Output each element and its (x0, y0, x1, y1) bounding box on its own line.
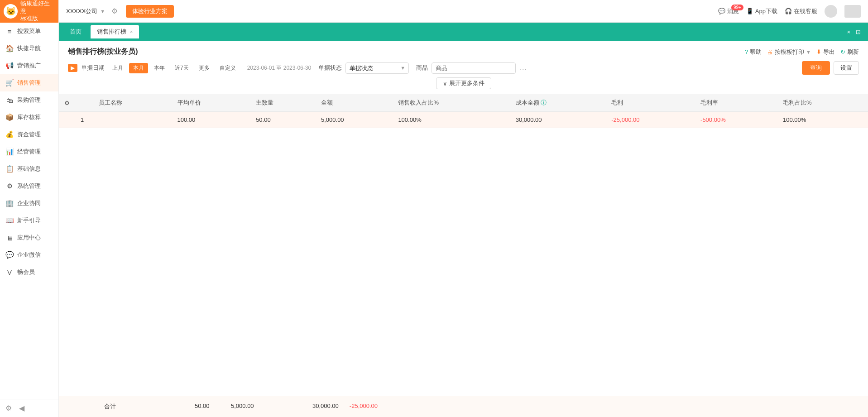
app-download-button[interactable]: 📱 App下载 (746, 7, 777, 15)
tab-sales-ranking[interactable]: 销售排行榜 × (91, 25, 139, 38)
sidebar-icon-purchase: 🛍 (5, 96, 14, 104)
status-select[interactable]: 单据状态 (345, 62, 409, 74)
export-button[interactable]: ⬇ 导出 (816, 48, 835, 56)
page-header: 销售排行榜(按业务员) ? 帮助 🖨 按模板打印 ▼ ⬇ 导出 (59, 41, 868, 94)
user-avatar[interactable] (825, 5, 837, 18)
sidebar-icon-system: ⚙ (5, 182, 14, 190)
th-main-qty: 主数量 (250, 94, 316, 112)
th-employee: 员工名称 (93, 94, 172, 112)
sidebar-icon-search-order: ≡ (5, 28, 14, 35)
th-sales-pct: 销售收入占比% (393, 94, 510, 112)
online-service-button[interactable]: 🎧 在线客服 (785, 7, 817, 15)
user-menu[interactable] (844, 5, 861, 18)
date-tab-more[interactable]: 更多 (195, 63, 214, 73)
sidebar-item-member[interactable]: V 畅会员 (0, 264, 58, 281)
th-gross: 毛利 (606, 94, 695, 112)
message-button[interactable]: 💬 消息 99+ (718, 7, 739, 15)
goods-filter-group: 商品 … (416, 62, 527, 74)
th-gross-pct: 毛利占比% (777, 94, 868, 112)
th-num (75, 94, 93, 112)
sidebar-label-finance: 资金管理 (17, 130, 41, 139)
sidebar-item-wechat[interactable]: 💬 企业微信 (0, 246, 58, 264)
help-icon: ? (745, 48, 748, 55)
goods-input[interactable] (432, 62, 516, 74)
print-icon: 🖨 (767, 48, 773, 55)
expand-more-button[interactable]: ∨ 展开更多条件 (436, 77, 491, 89)
footer-amount: 5,000.00 (225, 401, 262, 412)
sidebar-icon-member: V (5, 268, 14, 276)
sidebar-icon-inventory: 📦 (5, 113, 14, 121)
trial-button[interactable]: 体验行业方案 (126, 5, 174, 18)
th-settings[interactable]: ⚙ (59, 94, 75, 112)
sidebar-item-marketing[interactable]: 📢 营销推广 (0, 57, 58, 74)
company-selector[interactable]: XXXXX公司 ▼ (66, 7, 105, 15)
row-settings-0 (59, 112, 75, 128)
sidebar-label-apps: 应用中心 (17, 234, 41, 242)
sidebar-item-guide[interactable]: 📖 新手引导 (0, 212, 58, 229)
window-close-icon[interactable]: × (847, 29, 850, 35)
template-print-button[interactable]: 🖨 按模板打印 ▼ (767, 48, 811, 56)
sidebar-label-guide: 新手引导 (17, 216, 41, 225)
footer-spacer (64, 401, 81, 412)
sidebar-item-quick-nav[interactable]: 🏠 快捷导航 (0, 40, 58, 57)
tabbar: 首页 销售排行榜 × × ⊡ (59, 23, 868, 41)
logo-icon: 🐱 (4, 4, 18, 19)
topbar: XXXXX公司 ▼ ⚙ 体验行业方案 💬 消息 99+ 📱 App下载 🎧 在线… (59, 0, 868, 23)
goods-more-icon[interactable]: … (519, 64, 527, 72)
collapse-icon[interactable]: ◀ (19, 404, 24, 412)
date-filter-expand-icon[interactable]: ▶ (68, 64, 77, 72)
expand-icon: ∨ (443, 80, 447, 87)
date-range-text: 2023-06-01 至 2023-06-30 (247, 64, 311, 72)
company-dropdown-icon: ▼ (100, 9, 105, 14)
message-badge: 99+ (731, 5, 743, 10)
sidebar-label-enterprise: 企业协同 (17, 199, 41, 207)
date-tabs: 上月 本月 本年 近7天 更多 自定义 (108, 63, 240, 73)
sidebar-item-system[interactable]: ⚙ 系统管理 (0, 177, 58, 195)
row-employee-0 (93, 112, 172, 128)
window-restore-icon[interactable]: ⊡ (856, 29, 861, 35)
cost-info-icon[interactable]: ⓘ (541, 99, 547, 106)
refresh-button[interactable]: ↻ 刷新 (840, 48, 859, 56)
tab-home[interactable]: 首页 (62, 23, 89, 41)
status-label: 单据状态 (318, 64, 342, 72)
sidebar-icon-enterprise: 🏢 (5, 199, 14, 207)
settings-footer-icon[interactable]: ⚙ (5, 404, 12, 412)
query-button[interactable]: 查询 (802, 61, 830, 75)
sidebar-item-enterprise[interactable]: 🏢 企业协同 (0, 195, 58, 212)
table-wrapper: ⚙ 员工名称 平均单价 主数量 全额 销售收入占比% 成本全额 ⓘ 毛利 毛利率… (59, 94, 868, 417)
sidebar-label-sales: 销售管理 (17, 79, 41, 87)
sidebar-label-operations: 经营管理 (17, 148, 41, 156)
date-tab-last-month[interactable]: 上月 (108, 63, 127, 73)
th-cost: 成本全额 ⓘ (510, 94, 606, 112)
goods-label: 商品 (416, 64, 428, 72)
topbar-settings-icon[interactable]: ⚙ (111, 7, 118, 15)
help-button[interactable]: ? 帮助 (745, 48, 762, 56)
row-cost-0: 30,000.00 (510, 112, 606, 128)
footer-gross-pct (419, 401, 456, 412)
sidebar-item-purchase[interactable]: 🛍 采购管理 (0, 91, 58, 109)
filter-settings-button[interactable]: 设置 (834, 61, 859, 75)
sidebar-item-inventory[interactable]: 📦 库存核算 (0, 109, 58, 126)
export-icon: ⬇ (816, 48, 821, 55)
footer-gross: -25,000.00 (344, 401, 383, 412)
tab-close-icon[interactable]: × (130, 29, 133, 34)
footer-avg-price (153, 401, 189, 412)
date-tab-custom[interactable]: 自定义 (216, 63, 240, 73)
sidebar-item-operations[interactable]: 📊 经营管理 (0, 143, 58, 160)
date-tab-this-month[interactable]: 本月 (129, 63, 148, 73)
row-amount-0: 5,000.00 (316, 112, 393, 128)
filter-buttons: 查询 设置 (802, 61, 859, 75)
row-num-0: 1 (75, 112, 93, 128)
sidebar-item-basics[interactable]: 📋 基础信息 (0, 160, 58, 177)
logo-text: 畅康通好生意 标准版 (20, 0, 55, 23)
sidebar-icon-apps: 🖥 (5, 234, 14, 242)
date-tab-this-year[interactable]: 本年 (150, 63, 169, 73)
date-tab-7days[interactable]: 近7天 (171, 63, 193, 73)
status-select-wrapper: 单据状态 ▼ (345, 62, 409, 74)
sidebar-item-search-order[interactable]: ≡ 搜索菜单 (0, 23, 58, 40)
sidebar-item-sales[interactable]: 🛒 销售管理 (0, 74, 58, 91)
sidebar-item-apps[interactable]: 🖥 应用中心 (0, 229, 58, 246)
sidebar-item-finance[interactable]: 💰 资金管理 (0, 126, 58, 143)
footer-sales-pct (262, 401, 307, 412)
footer-row: 合计 50.00 5,000.00 30,000.00 -25,000.00 (64, 401, 863, 412)
